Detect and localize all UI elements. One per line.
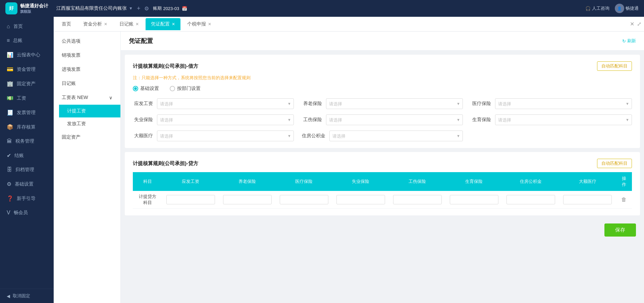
close-all-icon[interactable]: ✕ — [630, 21, 634, 27]
sidebar-item-report[interactable]: 📊 云报表中心 — [0, 48, 54, 62]
tab-tax-close[interactable]: ✕ — [208, 22, 211, 27]
sub-nav-payroll-group[interactable]: 工资表 NEW ∨ — [54, 91, 120, 105]
period-value: 2023-03 — [163, 6, 179, 11]
yiliao-select[interactable]: 请选择 — [495, 98, 632, 109]
radio-basic-circle — [133, 86, 138, 91]
page-content: 公共选项 销项发票 进项发票 日记账 工资表 NEW ∨ 计提工资 发放工资 固… — [54, 32, 644, 303]
support-button[interactable]: 🎧 人工咨询 — [585, 5, 609, 11]
sidebar-item-label: 结账 — [14, 153, 24, 159]
input-yingfa[interactable] — [166, 195, 215, 204]
company-name: 江西服宝精品有限责任公司内账张 — [56, 5, 127, 11]
sidebar-item-basic[interactable]: ⚙ 基础设置 — [0, 177, 54, 191]
sidebar-item-asset[interactable]: 🏢 固定资产 — [0, 77, 54, 91]
payroll-expand-icon: ∨ — [109, 95, 112, 100]
period-display: 账期 2023-03 📅 — [153, 5, 187, 11]
input-dae[interactable] — [563, 195, 612, 204]
save-bar: 保存 — [121, 219, 644, 241]
tab-fund[interactable]: 资金分析 ✕ — [78, 18, 113, 30]
cell-yiliao — [276, 191, 332, 209]
fund-icon: 💳 — [7, 66, 13, 72]
tab-actions: ✕ ⤢ — [630, 21, 641, 27]
sub-nav-sales-invoice[interactable]: 销项发票 — [54, 48, 120, 62]
sidebar-item-tax[interactable]: 🏛 税务管理 — [0, 134, 54, 148]
delete-row-button[interactable]: 🗑 — [621, 197, 627, 203]
sub-nav-accrual[interactable]: 计提工资 — [59, 105, 120, 117]
sidebar-item-label: 总账 — [13, 38, 22, 44]
sub-nav-fixed-asset[interactable]: 固定资产 — [54, 130, 120, 144]
expand-icon[interactable]: ⤢ — [637, 21, 641, 27]
sub-nav-purchase-invoice[interactable]: 进项发票 — [54, 62, 120, 77]
yingfa-select[interactable]: 请选择 — [157, 98, 294, 109]
shengyu-select[interactable]: 请选择 — [495, 114, 632, 125]
credit-auto-match-button[interactable]: 自动匹配科目 — [597, 159, 632, 168]
input-shengyu[interactable] — [450, 195, 498, 204]
unpin-sidebar-button[interactable]: ◀ 取消固定 — [0, 289, 54, 303]
input-yiliao[interactable] — [280, 195, 328, 204]
sub-nav-public[interactable]: 公共选项 — [54, 34, 120, 48]
ledger-icon: ≡ — [7, 38, 10, 44]
credit-section-title: 计提核算规则(公司承担)-贷方 — [133, 160, 198, 167]
sidebar-item-archive[interactable]: 🗄 归档管理 — [0, 163, 54, 177]
refresh-label: 刷新 — [627, 38, 636, 44]
input-yanglao[interactable] — [223, 195, 272, 204]
sidebar-item-vip[interactable]: V 畅会员 — [0, 206, 54, 220]
input-zhufang[interactable] — [506, 195, 555, 204]
sidebar-item-home[interactable]: ⌂ 首页 — [0, 19, 54, 34]
shiye-select[interactable]: 请选择 — [157, 114, 294, 125]
new-badge: NEW — [77, 95, 88, 100]
col-action: 操作 — [616, 172, 632, 191]
input-gongshang[interactable] — [393, 195, 442, 204]
main-layout: ⌂ 首页 ≡ 总账 📊 云报表中心 💳 资金管理 🏢 固定资产 💵 工资 🧾 发… — [0, 17, 644, 303]
yanglao-select[interactable]: 请选择 — [326, 98, 463, 109]
radio-basic-label: 基础设置 — [140, 86, 159, 92]
form-row-zhufang: 住房公积金 请选择 ▼ — [302, 131, 463, 141]
tab-diary[interactable]: 日记账 ✕ — [114, 18, 144, 30]
col-subject: 科目 — [133, 172, 162, 191]
tabbar: 首页 资金分析 ✕ 日记账 ✕ 凭证配置 ✕ 个税申报 ✕ ✕ ⤢ — [54, 17, 644, 32]
company-selector[interactable]: 江西服宝精品有限责任公司内账张 ▼ — [56, 5, 133, 11]
radio-dept-label: 按部门设置 — [177, 86, 201, 92]
zhufang-select-wrapper: 请选择 ▼ — [329, 131, 463, 141]
tab-home-label: 首页 — [62, 21, 71, 27]
tab-home[interactable]: 首页 — [56, 18, 76, 30]
app-edition: 旗舰版 — [20, 9, 48, 14]
tab-diary-close[interactable]: ✕ — [136, 22, 139, 27]
dae-select[interactable]: 请选择 — [157, 131, 294, 141]
form-row-yanglao: 养老保险 请选择 ▼ — [302, 98, 463, 109]
sidebar-item-stock[interactable]: 📦 库存核算 — [0, 120, 54, 134]
cell-action: 🗑 — [616, 191, 632, 209]
sidebar-item-salary[interactable]: 💵 工资 — [0, 91, 54, 105]
user-menu[interactable]: 👤 畅捷通 — [615, 4, 639, 13]
sidebar-item-fund[interactable]: 💳 资金管理 — [0, 62, 54, 77]
refresh-button[interactable]: ↻ 刷新 — [622, 38, 636, 44]
sub-nav-journal[interactable]: 日记账 — [54, 77, 120, 91]
sub-nav-payslip[interactable]: 发放工资 — [59, 117, 120, 130]
radio-basic[interactable]: 基础设置 — [133, 86, 159, 92]
sidebar-item-guide[interactable]: ❓ 新手引导 — [0, 191, 54, 206]
sub-nav-payroll-children: 计提工资 发放工资 — [54, 105, 120, 130]
tab-voucher-close[interactable]: ✕ — [172, 22, 175, 27]
sidebar-item-settle[interactable]: ✔ 结账 — [0, 148, 54, 163]
col-yingfa: 应发工资 — [162, 172, 219, 191]
col-shengyu: 生育保险 — [446, 172, 502, 191]
tab-fund-close[interactable]: ✕ — [104, 22, 107, 27]
sidebar-item-label: 库存核算 — [17, 124, 36, 130]
debit-config-section: 计提核算规则(公司承担)-借方 自动匹配科目 注：只能选择一种方式，系统将按照您… — [125, 55, 640, 148]
settings-icon[interactable]: ⚙ — [144, 5, 149, 12]
save-button[interactable]: 保存 — [604, 223, 636, 237]
gongshang-select[interactable]: 请选择 — [326, 114, 463, 125]
tab-diary-label: 日记账 — [119, 21, 133, 27]
add-account-button[interactable]: + — [137, 5, 141, 12]
cell-yanglao — [219, 191, 276, 209]
debit-auto-match-button[interactable]: 自动匹配科目 — [597, 61, 632, 71]
sidebar-item-ledger[interactable]: ≡ 总账 — [0, 34, 54, 48]
tab-tax[interactable]: 个税申报 ✕ — [182, 18, 217, 30]
username: 畅捷通 — [626, 5, 639, 11]
zhufang-select[interactable]: 请选择 — [329, 131, 463, 141]
cell-gongshang — [389, 191, 446, 209]
calendar-icon[interactable]: 📅 — [182, 6, 187, 11]
tab-voucher[interactable]: 凭证配置 ✕ — [146, 18, 180, 30]
sidebar-item-invoice[interactable]: 🧾 发票管理 — [0, 105, 54, 120]
input-shiye[interactable] — [336, 195, 385, 204]
radio-dept[interactable]: 按部门设置 — [170, 86, 201, 92]
